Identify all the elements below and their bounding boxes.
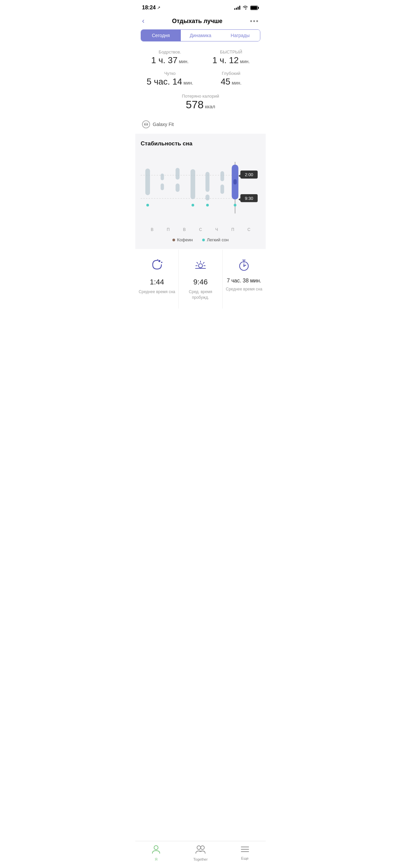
svg-point-16	[206, 204, 209, 207]
bedtime-icon	[139, 258, 175, 274]
svg-point-32	[198, 264, 203, 268]
svg-point-30	[161, 262, 162, 263]
sleep-chart: 2:00 9:30	[141, 155, 260, 222]
svg-rect-2	[251, 6, 257, 9]
duration-icon	[226, 258, 262, 274]
stat-light-label: Чутко	[142, 71, 198, 76]
location-icon: ↗	[157, 5, 160, 10]
tab-today[interactable]: Сегодня	[141, 30, 181, 41]
svg-point-13	[191, 204, 194, 207]
day-label-5: П	[227, 227, 238, 232]
bottom-stat-wakeup: 9:46 Сред. время пробужд.	[179, 250, 222, 309]
stat-deep-value: 45 мин.	[203, 76, 259, 87]
stats-grid: Бодрствов. 1 ч. 37 мин. БЫСТРЫЙ 1 ч. 12 …	[135, 47, 266, 90]
svg-rect-11	[176, 184, 180, 192]
bedtime-value: 1:44	[139, 278, 175, 286]
sleep-chart-svg: 2:00 9:30	[141, 155, 260, 222]
signal-bar-2	[236, 8, 237, 10]
day-label-6: С	[244, 227, 254, 232]
legend-caffeine: Кофеин	[173, 237, 193, 242]
tab-rewards[interactable]: Награды	[220, 30, 260, 41]
stat-light: Чутко 5 час. 14 мин.	[142, 71, 198, 87]
svg-point-31	[157, 259, 158, 261]
svg-point-29	[158, 260, 160, 262]
legend-light-sleep-label: Легкий сон	[207, 237, 228, 242]
chart-legend: Кофеин Легкий сон	[141, 237, 260, 242]
bedtime-label: Среднее время сна	[139, 289, 175, 295]
wifi-icon	[242, 5, 248, 10]
day-label-3: С	[195, 227, 206, 232]
svg-line-34	[203, 262, 204, 264]
svg-point-44	[243, 266, 245, 267]
svg-rect-9	[161, 184, 164, 190]
wakeup-value: 9:46	[182, 278, 219, 286]
legend-caffeine-dot	[173, 239, 175, 241]
signal-bars	[234, 6, 240, 10]
duration-value: 7 час. 38 мин.	[226, 278, 262, 284]
svg-rect-6	[145, 168, 150, 195]
status-bar: 18:24 ↗	[135, 0, 266, 13]
svg-rect-1	[258, 7, 259, 9]
stat-deep: Глубокий 45 мин.	[203, 71, 259, 87]
wakeup-icon	[182, 258, 219, 274]
signal-bar-3	[238, 7, 239, 10]
stat-rem-label: БЫСТРЫЙ	[203, 50, 259, 55]
sleep-stability-title: Стабильность сна	[141, 141, 260, 147]
svg-rect-8	[161, 174, 164, 180]
stat-awake: Бодрствов. 1 ч. 37 мин.	[142, 50, 198, 65]
legend-light-sleep-dot	[202, 239, 205, 241]
stat-deep-label: Глубокий	[203, 71, 259, 76]
duration-label: Среднее время сна	[226, 286, 262, 292]
stat-rem-value: 1 ч. 12 мин.	[203, 55, 259, 65]
device-name: Galaxy Fit	[153, 122, 174, 127]
tab-group: Сегодня Динамика Награды	[141, 29, 260, 41]
stat-light-value: 5 час. 14 мин.	[142, 76, 198, 87]
tab-dynamics[interactable]: Динамика	[181, 30, 220, 41]
nav-bar: ‹ Отдыхать лучше •••	[135, 13, 266, 29]
page-title: Отдыхать лучше	[172, 18, 222, 25]
stat-awake-label: Бодрствов.	[142, 50, 198, 55]
wakeup-label: Сред. время пробужд.	[182, 289, 219, 301]
svg-rect-14	[206, 172, 210, 192]
day-label-4: Ч	[211, 227, 222, 232]
svg-rect-18	[220, 185, 224, 194]
day-label-1: П	[163, 227, 174, 232]
bottom-stat-duration: 7 час. 38 мин. Среднее время сна	[222, 250, 266, 309]
day-label-2: В	[179, 227, 190, 232]
calories-label: Потеряно калорий	[135, 94, 266, 99]
battery-icon	[250, 6, 259, 10]
svg-point-22	[234, 204, 236, 207]
back-button[interactable]: ‹	[142, 17, 144, 25]
bottom-stats: 1:44 Среднее время сна 9:46 Ср	[135, 250, 266, 309]
svg-marker-27	[238, 175, 240, 177]
legend-light-sleep: Легкий сон	[202, 237, 228, 242]
day-labels: В П В С Ч П С	[141, 227, 260, 232]
calories-value: 578 ккал	[135, 99, 266, 111]
more-button[interactable]: •••	[250, 18, 259, 25]
signal-bar-1	[234, 8, 235, 10]
status-icons	[234, 5, 259, 10]
sleep-stability-section: Стабильность сна	[135, 134, 266, 249]
svg-text:2:00: 2:00	[245, 172, 253, 177]
device-link-icon	[142, 120, 150, 128]
day-label-0: В	[147, 227, 157, 232]
stat-rem: БЫСТРЫЙ 1 ч. 12 мин.	[203, 50, 259, 65]
status-time: 18:24	[142, 5, 156, 11]
legend-caffeine-label: Кофеин	[177, 237, 193, 242]
svg-rect-17	[220, 171, 224, 181]
signal-bar-4	[239, 6, 240, 10]
svg-rect-15	[206, 194, 210, 200]
stat-awake-value: 1 ч. 37 мин.	[142, 55, 198, 65]
bottom-stat-bedtime: 1:44 Среднее время сна	[135, 250, 179, 309]
device-row: Galaxy Fit	[135, 117, 266, 133]
svg-rect-21	[233, 179, 237, 185]
svg-point-7	[146, 204, 149, 207]
svg-text:9:30: 9:30	[245, 196, 253, 201]
calories-section: Потеряно калорий 578 ккал	[135, 90, 266, 117]
svg-line-35	[197, 262, 198, 264]
svg-rect-12	[190, 169, 195, 199]
svg-rect-10	[176, 168, 180, 180]
